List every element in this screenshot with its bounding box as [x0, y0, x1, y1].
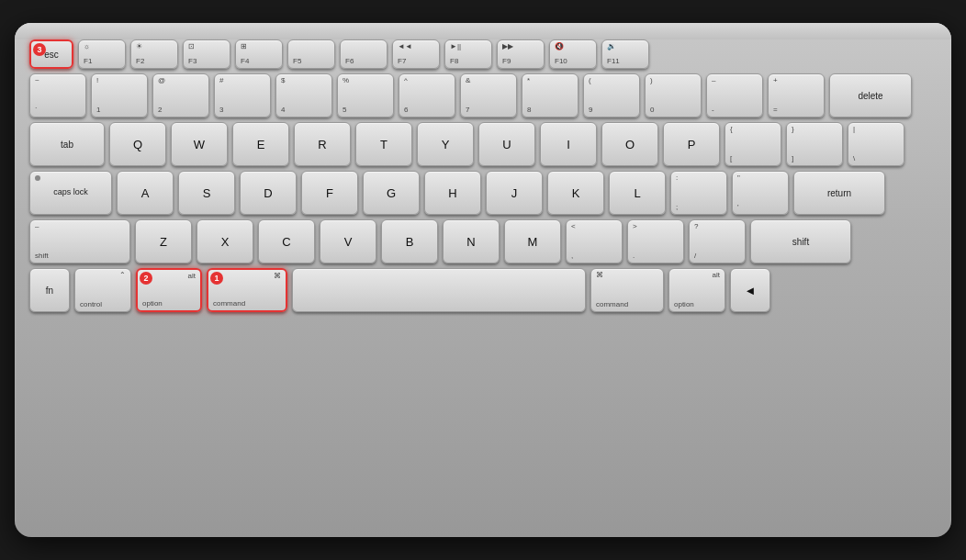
key-f7[interactable]: ◄◄ F7: [392, 39, 440, 69]
key-f2[interactable]: ☀ F2: [130, 39, 178, 69]
m-label: M: [528, 235, 538, 249]
key-r[interactable]: R: [294, 122, 351, 166]
key-bracket-r[interactable]: } ]: [786, 122, 843, 166]
key-command-right[interactable]: ⌘ command: [590, 268, 664, 312]
j-label: J: [511, 186, 518, 200]
key-slash[interactable]: ? /: [689, 219, 746, 263]
key-f4[interactable]: ⊞ F4: [235, 39, 283, 69]
key-k[interactable]: K: [547, 171, 604, 215]
key-1[interactable]: ! 1: [91, 73, 148, 118]
key-a[interactable]: A: [117, 171, 174, 215]
key-q[interactable]: Q: [109, 122, 166, 166]
k-label: K: [572, 186, 580, 200]
key-option-left[interactable]: 2 alt option: [136, 268, 202, 312]
key-return[interactable]: return: [793, 171, 885, 215]
key-z[interactable]: Z: [135, 219, 192, 263]
key-equals[interactable]: + =: [768, 73, 825, 118]
key-f3[interactable]: ⊡ F3: [183, 39, 230, 69]
tilde-bottom: `: [35, 106, 38, 114]
key-g[interactable]: G: [363, 171, 420, 215]
f2-label: F2: [136, 58, 144, 65]
bracket-l-bottom: [: [730, 155, 732, 162]
key-option-right[interactable]: alt option: [668, 268, 725, 312]
key-8[interactable]: * 8: [522, 73, 578, 118]
key-e[interactable]: E: [232, 122, 289, 166]
key-command-left[interactable]: 1 ⌘ command: [207, 268, 287, 312]
key-delete[interactable]: delete: [829, 73, 912, 118]
key-5[interactable]: % 5: [337, 73, 394, 118]
bracket-l-top: {: [730, 126, 733, 133]
key-capslock[interactable]: caps lock: [29, 171, 112, 215]
key-period[interactable]: > .: [627, 219, 684, 263]
key-space[interactable]: [292, 268, 586, 312]
key-tilde[interactable]: ~ `: [29, 73, 86, 118]
key-d[interactable]: D: [240, 171, 297, 215]
key-shift-right[interactable]: shift: [750, 219, 851, 263]
r-label: R: [318, 138, 326, 151]
badge-1: 1: [210, 272, 223, 285]
key-f[interactable]: F: [301, 171, 358, 215]
key-s[interactable]: S: [178, 171, 235, 215]
backslash-top: |: [853, 126, 855, 133]
key-shift-left[interactable]: – shift: [29, 219, 130, 263]
key-m[interactable]: M: [504, 219, 561, 263]
key-o[interactable]: O: [601, 122, 658, 166]
key-n[interactable]: N: [443, 219, 500, 263]
0-top: ): [650, 77, 653, 84]
key-comma[interactable]: < ,: [566, 219, 623, 263]
e-label: E: [257, 138, 265, 151]
key-p[interactable]: P: [663, 122, 720, 166]
key-f1[interactable]: ☼ F1: [78, 39, 126, 69]
key-w[interactable]: W: [171, 122, 228, 166]
key-h[interactable]: H: [424, 171, 481, 215]
f11-icon: 🔉: [607, 43, 616, 50]
5-top: %: [343, 77, 349, 84]
command-left-label: command: [213, 300, 245, 308]
f9-label: F9: [502, 58, 511, 65]
command-right-label: command: [596, 301, 628, 308]
key-f5[interactable]: F5: [287, 39, 335, 69]
q-label: Q: [133, 138, 142, 151]
key-f11[interactable]: 🔉 F11: [601, 39, 649, 69]
key-4[interactable]: $ 4: [275, 73, 332, 118]
key-i[interactable]: I: [540, 122, 597, 166]
key-7[interactable]: & 7: [460, 73, 517, 118]
key-b[interactable]: B: [381, 219, 438, 263]
key-x[interactable]: X: [197, 219, 253, 263]
key-quote[interactable]: " ': [732, 171, 789, 215]
key-y[interactable]: Y: [417, 122, 474, 166]
key-6[interactable]: ^ 6: [399, 73, 455, 118]
key-f8[interactable]: ►|| F8: [444, 39, 492, 69]
key-v[interactable]: V: [320, 219, 376, 263]
key-f6[interactable]: F6: [340, 39, 388, 69]
tab-row: tab Q W E R T Y U I O P: [29, 122, 937, 166]
key-backslash[interactable]: | \: [848, 122, 904, 166]
z-label: Z: [160, 235, 167, 249]
key-f10[interactable]: 🔇 F10: [549, 39, 597, 69]
key-u[interactable]: U: [478, 122, 535, 166]
key-fn[interactable]: fn: [29, 268, 70, 312]
shift-left-label: shift: [35, 252, 49, 260]
key-minus[interactable]: – -: [706, 73, 763, 118]
key-tab[interactable]: tab: [29, 122, 105, 166]
period-top: >: [633, 223, 637, 230]
capslock-label: caps lock: [53, 187, 88, 198]
key-9[interactable]: ( 9: [583, 73, 640, 118]
key-left-arrow[interactable]: ◄: [730, 268, 770, 312]
key-2[interactable]: @ 2: [152, 73, 209, 118]
key-0[interactable]: ) 0: [645, 73, 702, 118]
key-control[interactable]: ⌃ control: [74, 268, 131, 312]
key-3[interactable]: # 3: [214, 73, 271, 118]
f1-label: F1: [84, 58, 92, 65]
f3-label: F3: [188, 58, 197, 65]
key-esc[interactable]: 3 esc: [29, 39, 73, 69]
key-j[interactable]: J: [486, 171, 543, 215]
key-l[interactable]: L: [609, 171, 666, 215]
f8-label: F8: [450, 58, 458, 65]
key-bracket-l[interactable]: { [: [724, 122, 781, 166]
key-c[interactable]: C: [258, 219, 315, 263]
key-t[interactable]: T: [355, 122, 412, 166]
key-semicolon[interactable]: : ;: [670, 171, 727, 215]
quote-bottom: ': [737, 204, 739, 211]
key-f9[interactable]: ▶▶ F9: [497, 39, 545, 69]
